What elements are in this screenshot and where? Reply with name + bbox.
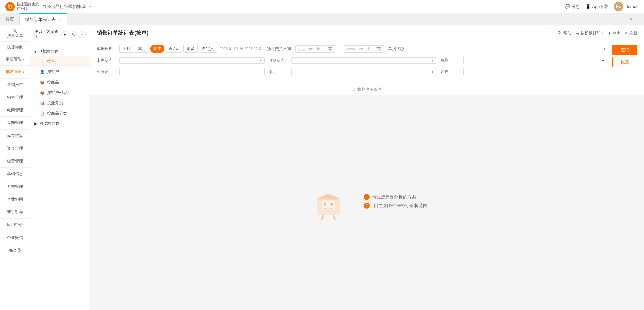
brand-text: 畅捷通好生意 标准版 [17, 2, 39, 11]
date-btn-last-month[interactable]: 上月 [119, 45, 133, 53]
filter-row-1: 单据日期 上月 本月 本年 近7天 更多 自定义 2023-01-01 至 20… [97, 45, 608, 53]
by-order-icon: ○ [40, 59, 45, 64]
empty-content: 1 请先选择要分析的方案 2 用[过滤]条件来缩小分析范围 [307, 184, 427, 221]
payment-select[interactable]: ▾ [291, 57, 437, 64]
print-icon: 🖨 [575, 31, 579, 36]
empty-tip-2: 2 用[过滤]条件来缩小分析范围 [364, 203, 427, 209]
salesman-input[interactable]: ··· [119, 68, 265, 75]
sidebar-item-marketing[interactable]: 营销推广 [0, 79, 30, 91]
sidebar-item-appcenter[interactable]: 应用中心 [0, 219, 30, 231]
sidebar-item-inventory[interactable]: 库存核算 [0, 130, 30, 142]
sidebar-item-wholesale[interactable]: 批发管理 ▴ [0, 66, 30, 79]
message-button[interactable]: 💬 消息 [565, 4, 580, 10]
app-download-icon: 📱 [585, 4, 591, 9]
product-input[interactable]: ··· [463, 57, 608, 64]
tab-home[interactable]: 首页 [0, 13, 20, 25]
sidebar-item-system[interactable]: 系统管理 [0, 180, 30, 193]
salesman-dots: ··· [258, 69, 262, 74]
collapse-more-btn[interactable]: ∧ 收起更多条件 [90, 84, 644, 95]
by-category-icon: 📋 [40, 111, 45, 116]
by-product-icon: 📦 [40, 80, 45, 85]
print-chevron: ▾ [602, 31, 604, 35]
empty-tip-1: 1 请先选择要分析的方案 [364, 194, 427, 200]
user-name[interactable]: demo2 [625, 4, 639, 9]
tab-maximize-button[interactable]: □ [636, 16, 639, 22]
sidebar-quick-nav[interactable]: 快捷导航 [0, 42, 30, 53]
calendar-icon-from: 📅 [327, 47, 332, 51]
customer-input[interactable]: ··· [463, 68, 608, 75]
refresh-icon: ↺ [625, 31, 628, 36]
expected-date-from[interactable]: yyyy-mm-dd 📅 [295, 45, 335, 53]
delivery-select[interactable]: ▾ [119, 57, 265, 64]
date-btn-this-month[interactable]: 本月 [135, 45, 149, 53]
date-btn-this-year[interactable]: 本年 [150, 45, 164, 53]
date-btn-7days[interactable]: 近7天 [166, 45, 182, 53]
sidebar-item-member[interactable]: 畅会员 [0, 244, 30, 257]
page-actions: ❓ 帮助 🖨 按模板打印 ▾ ⬇ 导出 ↺ 刷新 [557, 30, 637, 36]
expected-date-to[interactable]: yyyy-mm-dd 📅 [344, 45, 384, 53]
help-button[interactable]: ❓ 帮助 [557, 30, 571, 36]
sidebar-item-wechat[interactable]: 企业微信 [0, 231, 30, 244]
tree-group-mobile-header[interactable]: ▶ 移动端方案 [30, 119, 90, 128]
tab-bar: 首页 销售订单统计表 × × □ [0, 13, 644, 25]
settings-button[interactable]: 设置 [612, 57, 637, 67]
status-select[interactable]: ▾ [411, 46, 608, 52]
wholesale-chevron: ▴ [23, 70, 24, 74]
page-title: 销售订单统计表(按单) [97, 30, 149, 37]
salesman-label: 业务员 [97, 69, 115, 75]
sidebar-item-finance[interactable]: 资金管理 [0, 142, 30, 155]
tree-item-by-customer[interactable]: 👤 按客户 [30, 67, 90, 77]
tab-minimize-button[interactable]: × [630, 16, 633, 22]
tree-item-by-category[interactable]: 📋 按商品分类 [30, 108, 90, 119]
tree-item-by-product[interactable]: 📦 按商品 [30, 77, 90, 88]
tree-item-by-salesman[interactable]: 📊 按业务员 [30, 98, 90, 108]
content-area: 销售订单统计表(按单) ❓ 帮助 🖨 按模板打印 ▾ ⬇ 导出 [90, 25, 644, 310]
refresh-button[interactable]: ↺ 刷新 [625, 30, 637, 36]
page-header: 销售订单统计表(按单) ❓ 帮助 🖨 按模板打印 ▾ ⬇ 导出 [90, 25, 644, 41]
app-title: 办公用品行业模拟账套 [42, 4, 86, 10]
user-area[interactable]: Ea demo2 [614, 2, 639, 11]
left-panel-header: 按以下方案查询 + ✎ « [30, 25, 90, 44]
date-btn-custom[interactable]: 自定义 [199, 45, 217, 53]
tab-close-button[interactable]: × [59, 17, 61, 22]
export-button[interactable]: ⬇ 导出 [608, 30, 621, 36]
app-dropdown-arrow[interactable]: ▾ [89, 5, 91, 8]
product-dots: ··· [602, 58, 605, 63]
tree-expand-icon: ▾ [34, 49, 36, 54]
sidebar-search[interactable]: 🔍 搜索菜单 [0, 25, 30, 42]
filter-row-2: 出库状态 ▾ 收款状态 ▾ 商品 ··· [97, 57, 608, 64]
sidebar-item-guide[interactable]: 新手引导 [0, 206, 30, 219]
edit-icon: ✎ [72, 32, 75, 37]
customer-dots: ··· [602, 69, 605, 74]
tree-group-desktop-header[interactable]: ▾ 电脑端方案 [30, 47, 90, 56]
app-download-button[interactable]: 📱 App下载 [585, 4, 608, 10]
status-label: 单据状态 [388, 46, 407, 52]
tree-item-by-order[interactable]: ○ 按单 [30, 56, 90, 67]
sidebar-item-basics[interactable]: 基础信息 [0, 168, 30, 180]
dept-select[interactable]: ▾ [291, 69, 437, 75]
add-scheme-button[interactable]: + [61, 31, 68, 38]
date-btn-more[interactable]: 更多 [183, 45, 198, 53]
sidebar-item-ecommerce[interactable]: 电商管理 [0, 104, 30, 117]
top-bar: 🐱 畅捷通好生意 标准版 办公用品行业模拟账套 ▾ 💬 消息 📱 App下载 E… [0, 0, 644, 13]
sidebar-item-collab[interactable]: 企业协同 [0, 193, 30, 206]
sidebar-item-sales[interactable]: 销售管理 [0, 91, 30, 104]
query-button[interactable]: 查询 [612, 45, 637, 55]
status-chevron: ▾ [604, 47, 605, 51]
svg-line-4 [322, 215, 323, 220]
retail-chevron: ▾ [23, 57, 24, 61]
payment-label: 收款状态 [269, 58, 287, 63]
sidebar-item-purchase[interactable]: 采购管理 [0, 117, 30, 130]
sidebar-item-retail[interactable]: 零售管理 ▾ [0, 53, 30, 66]
tab-active[interactable]: 销售订单统计表 × [20, 13, 67, 25]
left-panel-actions: + ✎ « [61, 31, 86, 38]
template-print-button[interactable]: 🖨 按模板打印 ▾ [575, 30, 604, 36]
edit-scheme-button[interactable]: ✎ [70, 31, 77, 38]
tree-item-by-cust-prod[interactable]: 📦 按客户+商品 [30, 88, 90, 98]
empty-area: 1 请先选择要分析的方案 2 用[过滤]条件来缩小分析范围 [90, 95, 644, 310]
sidebar-item-operations[interactable]: 经营管理 [0, 155, 30, 168]
sidebar: 🔍 搜索菜单 快捷导航 零售管理 ▾ 批发管理 ▴ 营销推广 销售管理 电商管理… [0, 25, 30, 310]
collapse-panel-button[interactable]: « [79, 31, 86, 38]
filter-btn-group: 查询 设置 [612, 45, 637, 67]
svg-point-2 [324, 203, 326, 206]
